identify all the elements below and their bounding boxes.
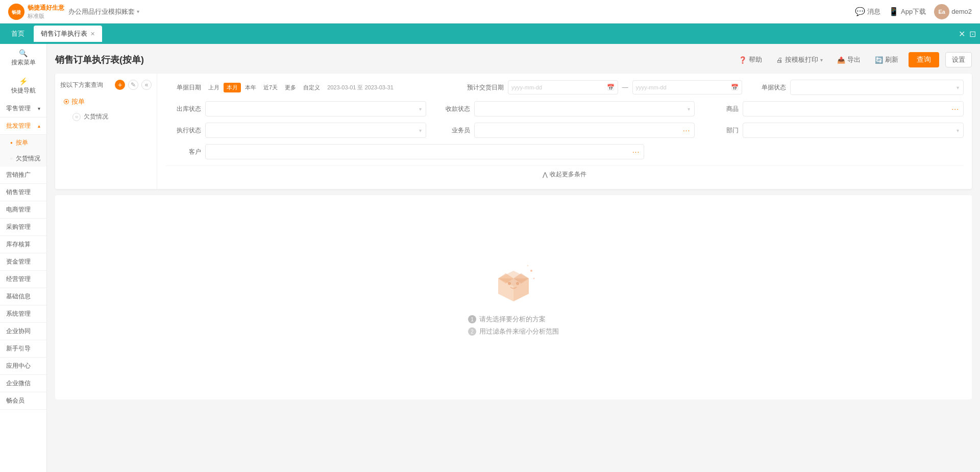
date-tab-this-month[interactable]: 本月 (224, 83, 241, 92)
shipping-status-select[interactable]: ▾ (205, 101, 426, 116)
filter-right-panel: 单据日期 上月 本月 本年 近7天 更多 自定义 2023-03-01 至 20… (157, 74, 972, 189)
date-label: 单据日期 (165, 83, 201, 92)
sidebar-item-basic[interactable]: 基础信息 (0, 288, 46, 305)
edit-scheme-button[interactable]: ✎ (128, 80, 138, 90)
product-label: 商品 (703, 105, 739, 113)
order-status-select[interactable]: ▾ (790, 80, 964, 95)
expected-date-end[interactable]: yyyy-mm-dd 📅 (632, 80, 743, 95)
date-tab-this-year[interactable]: 本年 (242, 83, 259, 92)
filter-field-product: 商品 ··· (703, 101, 964, 116)
expected-date-start-placeholder: yyyy-mm-dd (511, 84, 542, 90)
date-tab-more[interactable]: 更多 (282, 83, 299, 92)
date-range-text: 2023-03-01 至 2023-03-31 (327, 84, 394, 91)
product-dots-icon: ··· (951, 105, 959, 113)
sidebar-item-newbie[interactable]: 新手引导 (0, 340, 46, 358)
help-button[interactable]: ❓ 帮助 (734, 53, 766, 66)
customer-select[interactable]: ··· (205, 144, 644, 159)
search-label: 搜索菜单 (11, 58, 36, 67)
shipping-arrow-icon: ▾ (419, 106, 422, 112)
result-panel: 1 请先选择要分析的方案 2 用过滤条件来缩小分析范围 (55, 195, 972, 399)
expected-date-start[interactable]: yyyy-mm-dd 📅 (508, 80, 618, 95)
sidebar: 🔍 搜索菜单 ⚡ 快捷导航 零售管理 ▾ 批发管理 ▴ ● 按单 ○ 欠货情况 (0, 44, 47, 472)
filter-left-actions: + ✎ « (115, 80, 152, 90)
page-title: 销售订单执行表(按单) (55, 54, 144, 66)
sidebar-item-wechat[interactable]: 企业微信 (0, 375, 46, 392)
tab-sales-exec[interactable]: 销售订单执行表 ✕ (34, 26, 102, 42)
print-icon: 🖨 (776, 56, 783, 64)
sidebar-item-retail[interactable]: 零售管理 ▾ (0, 100, 46, 117)
sidebar-item-finance[interactable]: 资金管理 (0, 253, 46, 271)
payment-status-select[interactable]: ▾ (474, 101, 695, 116)
page-title-bar: 销售订单执行表(按单) ❓ 帮助 🖨 按模板打印 ▾ 📤 导出 (55, 52, 972, 67)
message-button[interactable]: 💬 消息 (855, 7, 880, 16)
tab-close-all-icon[interactable]: ✕ (959, 29, 965, 39)
refresh-button[interactable]: 🔄 刷新 (871, 53, 902, 66)
date-tab-custom[interactable]: 自定义 (300, 83, 323, 92)
salesman-select[interactable]: ··· (474, 123, 695, 138)
settings-button[interactable]: 设置 (945, 52, 972, 67)
app-download-button[interactable]: 📱 App下载 (889, 7, 926, 16)
export-button[interactable]: 📤 导出 (833, 53, 865, 66)
scheme-item-press-order[interactable]: 按单 (60, 94, 152, 109)
salesman-label: 业务员 (434, 126, 470, 135)
system-label: 系统管理 (6, 310, 31, 318)
collapse-scheme-button[interactable]: « (141, 80, 152, 90)
filter-field-dept: 部门 ▾ (703, 123, 964, 138)
filter-row-1: 单据日期 上月 本月 本年 近7天 更多 自定义 2023-03-01 至 20… (165, 80, 964, 95)
svg-point-9 (516, 282, 519, 285)
active-scheme-dot (64, 100, 68, 104)
inactive-scheme-dot: ○ (72, 113, 81, 121)
date-tab-7days[interactable]: 近7天 (260, 83, 281, 92)
sidebar-item-sales[interactable]: 销售管理 (0, 184, 46, 201)
sidebar-search[interactable]: 🔍 搜索菜单 (0, 44, 46, 72)
tip-text-2: 用过滤条件来缩小分析范围 (479, 327, 559, 336)
sidebar-subitem-arrears[interactable]: ○ 欠货情况 (0, 151, 46, 167)
dept-arrow-icon: ▾ (957, 128, 959, 133)
sidebar-item-system[interactable]: 系统管理 (0, 305, 46, 323)
sidebar-item-wholesale[interactable]: 批发管理 ▴ (0, 117, 46, 135)
sidebar-item-member[interactable]: 畅会员 (0, 392, 46, 410)
tab-home[interactable]: 首页 (4, 26, 32, 42)
sidebar-subitem-press-order[interactable]: ● 按单 (0, 135, 46, 151)
date-tab-last-month[interactable]: 上月 (205, 83, 223, 92)
tab-maximize-icon[interactable]: ⊡ (969, 29, 976, 39)
sidebar-item-coop[interactable]: 企业协同 (0, 323, 46, 340)
add-scheme-button[interactable]: + (115, 80, 125, 90)
search-label: 查询 (917, 55, 931, 64)
svg-point-11 (533, 278, 535, 279)
tab-close-icon[interactable]: ✕ (90, 31, 95, 37)
sidebar-quick-nav[interactable]: ⚡ 快捷导航 (0, 72, 46, 100)
exec-status-select[interactable]: ▾ (205, 123, 426, 138)
sidebar-item-ecommerce[interactable]: 电商管理 (0, 201, 46, 219)
svg-point-10 (530, 270, 532, 272)
tip-num-1: 1 (468, 315, 476, 323)
scheme-arrears-label: 欠货情况 (84, 112, 108, 121)
arrears-label: 欠货情况 (16, 154, 40, 163)
sidebar-item-inventory[interactable]: 库存核算 (0, 236, 46, 253)
search-button[interactable]: 查询 (909, 52, 939, 67)
scheme-item-arrears[interactable]: ○ 欠货情况 (60, 109, 152, 124)
empty-tips: 1 请先选择要分析的方案 2 用过滤条件来缩小分析范围 (468, 315, 559, 339)
template-print-button[interactable]: 🖨 按模板打印 ▾ (772, 53, 827, 66)
sales-exec-tab-label: 销售订单执行表 (41, 29, 87, 38)
collapse-up-icon: ⋀ (543, 171, 548, 178)
newbie-label: 新手引导 (6, 344, 31, 353)
sidebar-item-appstore[interactable]: 应用中心 (0, 358, 46, 375)
sidebar-item-operations[interactable]: 经营管理 (0, 271, 46, 288)
product-select[interactable]: ··· (743, 101, 964, 116)
sidebar-item-purchase[interactable]: 采购管理 (0, 219, 46, 236)
dept-select[interactable]: ▾ (743, 123, 964, 138)
collapse-more-button[interactable]: ⋀ 收起更多条件 (165, 166, 964, 183)
breadcrumb-selector[interactable]: 办公用品行业模拟账套 ▾ (68, 7, 139, 16)
avatar: Ea (934, 4, 949, 19)
collapse-label: 收起更多条件 (550, 170, 586, 179)
dept-label: 部门 (703, 126, 739, 135)
sidebar-item-marketing[interactable]: 营销推广 (0, 167, 46, 184)
content-area: 销售订单执行表(按单) ❓ 帮助 🖨 按模板打印 ▾ 📤 导出 (47, 44, 980, 472)
quick-nav-label: 快捷导航 (11, 86, 36, 95)
user-menu[interactable]: Ea demo2 (934, 4, 972, 19)
scheme-press-order-label: 按单 (71, 97, 85, 106)
export-label: 导出 (847, 55, 861, 64)
payment-label: 收款状态 (434, 105, 470, 113)
avatar-text: Ea (939, 9, 945, 15)
